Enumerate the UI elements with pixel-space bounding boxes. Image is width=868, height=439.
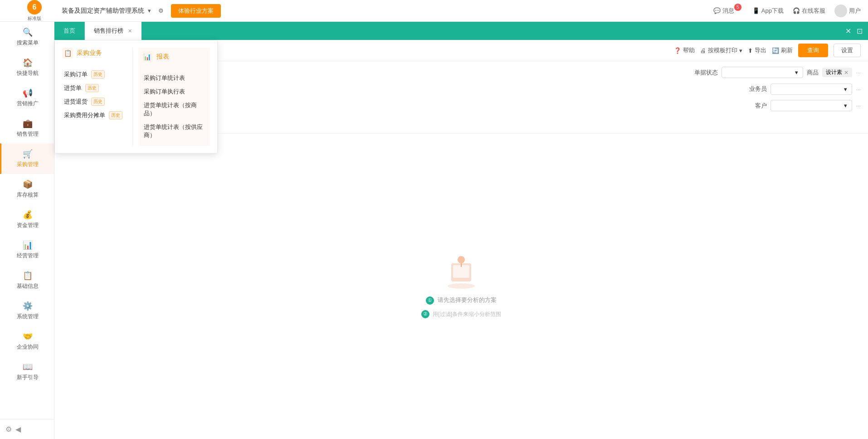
sidebar-item-system-label: 系统管理 [17,313,39,321]
tab-actions: ✕ ⊡ [840,25,868,37]
dropdown-item-stock-stats-supplier[interactable]: 进货单统计表（按供应商） [142,120,207,142]
sidebar-item-marketing[interactable]: 📢 营销推广 [0,83,54,113]
dropdown-item-cost-split[interactable]: 采购费用分摊单 历史 [62,109,127,122]
dropdown-divider [132,48,133,146]
tab-close-icon[interactable]: ✕ [128,28,132,34]
goods-tag-close[interactable]: ✕ [844,69,848,76]
sidebar-bottom: ⚙ ◀ [0,419,54,439]
salesman-label: 业务员 [749,85,767,93]
chevron-down-icon: ▾ [795,69,798,76]
sidebar-item-inventory[interactable]: 📦 库存核算 [0,174,54,204]
export-icon: ⬆ [748,47,753,54]
tab-expand-btn[interactable]: ⊡ [855,25,864,37]
purchase-icon: 🛒 [23,149,33,159]
salesman-more-dots[interactable]: ··· [856,86,861,93]
dropdown-item-return[interactable]: 进货退货 历史 [62,95,127,109]
hint-num-1: ① [426,296,434,305]
system-icon: ⚙️ [23,301,33,311]
tab-home[interactable]: 首页 [54,22,85,40]
settings-icon[interactable]: ⚙ [158,7,164,14]
voucher-status-select[interactable]: ▾ [722,67,803,78]
empty-hint-2: ② 用[过滤]条件来缩小分析范围 [421,310,501,318]
sidebar-item-system[interactable]: ⚙️ 系统管理 [0,296,54,326]
online-service-btn[interactable]: 🎧 在线客服 [793,7,825,15]
refresh-icon: 🔄 [772,47,779,54]
guide-icon: 📖 [23,362,33,372]
dropdown-item-order-stats[interactable]: 采购订单统计表 [142,71,207,85]
sidebar-item-nav-label: 快捷导航 [17,69,39,77]
print-dropdown-icon: ▾ [739,47,742,54]
customer-more-dots[interactable]: ··· [856,102,861,109]
purchase-col-title: 采购业务 [77,49,102,57]
export-btn[interactable]: ⬆ 导出 [748,46,766,54]
goods-filter-label: 商品 [807,69,819,77]
sidebar-item-inventory-label: 库存核算 [17,191,39,199]
customer-select[interactable]: ▾ [770,100,852,111]
customer-dropdown-icon: ▾ [844,102,847,109]
logo-subtitle: 标准版 [28,15,41,22]
settings-btn[interactable]: 设置 [834,44,861,57]
stock-stats-goods-label: 进货单统计表（按商品） [144,101,205,118]
salesman-select[interactable]: ▾ [770,84,852,95]
tab-close-btn[interactable]: ✕ [844,25,853,37]
sidebar-item-basic-info[interactable]: 📋 基础信息 [0,265,54,296]
dropdown-columns: 📋 采购业务 采购订单 历史 进货单 历史 进货退货 历史 采购费用分摊单 历史 [62,48,210,146]
industry-btn[interactable]: 体验行业方案 [171,4,221,18]
operations-icon: 📊 [23,240,33,250]
sidebar-item-purchase[interactable]: 🛒 采购管理 [0,143,54,174]
sidebar-item-operations[interactable]: 📊 经营管理 [0,235,54,265]
stock-stats-supplier-label: 进货单统计表（按供应商） [144,123,205,139]
sidebar-item-sales[interactable]: 💼 销售管理 [0,113,54,143]
logo-area: 6 标准版 [7,0,62,22]
reports-col-title: 报表 [156,53,169,61]
dropdown-item-order-exec[interactable]: 采购订单执行表 [142,85,207,99]
dropdown-item-stock-stats-goods[interactable]: 进货单统计表（按商品） [142,99,207,120]
sidebar-item-finance[interactable]: 💰 资金管理 [0,204,54,235]
tab-home-label: 首页 [63,27,75,35]
goods-tag-value: 设计素 [826,69,842,76]
cooperation-icon: 🤝 [23,331,33,341]
marketing-icon: 📢 [23,88,33,98]
app-download-btn[interactable]: 📱 App下载 [752,7,784,15]
sidebar-item-marketing-label: 营销推广 [17,100,39,108]
top-header: 6 标准版 装备及固定资产辅助管理系统 ▾ ⚙ 体验行业方案 💬 消息 5 📱 … [0,0,868,22]
svg-point-3 [458,256,465,263]
empty-state-icon [443,254,479,291]
sidebar-settings-btn[interactable]: ⚙ [5,425,12,434]
dropdown-col-purchase-header: 📋 采购业务 [62,48,127,62]
cost-split-history-badge: 历史 [109,111,122,119]
sidebar-item-search[interactable]: 🔍 搜索菜单 [0,22,54,52]
print-template-btn[interactable]: 🖨 按模板打印 ▾ [700,46,742,54]
order-stats-label: 采购订单统计表 [144,74,185,82]
voucher-status-label: 单据状态 [694,69,718,77]
tab-sales-rank[interactable]: 销售排行榜 ✕ [85,22,141,40]
dropdown-col-reports: 📊 报表 采购订单统计表 采购订单执行表 进货单统计表（按商品） 进货单统计表（… [138,48,210,146]
user-avatar [834,5,847,17]
dropdown-item-purchase-order[interactable]: 采购订单 历史 [62,68,127,81]
user-area[interactable]: 用户 [834,5,861,17]
salesman-dropdown-icon: ▾ [844,86,847,93]
title-dropdown-icon[interactable]: ▾ [148,7,151,14]
main-content: ① 请先选择要分析的方案 ② 用[过滤]条件来缩小分析范围 [54,133,868,439]
refresh-btn[interactable]: 🔄 刷新 [772,46,793,54]
purchase-order-history-badge: 历史 [91,70,105,79]
order-exec-label: 采购订单执行表 [144,88,185,96]
tab-bar: 首页 销售排行榜 ✕ ✕ ⊡ [54,22,868,40]
customer-label: 客户 [755,102,767,110]
help-btn[interactable]: ❓ 帮助 [674,46,695,54]
sidebar-collapse-btn[interactable]: ◀ [15,425,21,434]
query-btn[interactable]: 查询 [798,44,828,57]
sidebar-item-guide[interactable]: 📖 新手引导 [0,356,54,387]
sidebar-item-cooperation[interactable]: 🤝 企业协同 [0,326,54,356]
goods-more-dots[interactable]: ··· [856,69,861,76]
messages-btn[interactable]: 💬 消息 5 [713,7,743,15]
sidebar-item-nav[interactable]: 🏠 快捷导航 [0,52,54,83]
cost-split-label: 采购费用分摊单 [64,111,105,119]
dropdown-item-stock-in[interactable]: 进货单 历史 [62,81,127,95]
search-icon: 🔍 [23,27,33,37]
messages-badge: 5 [734,4,741,11]
inventory-icon: 📦 [23,179,33,189]
tab-sales-rank-label: 销售排行榜 [94,27,123,35]
purchase-col-icon: 📋 [62,48,73,59]
sales-icon: 💼 [23,118,33,128]
